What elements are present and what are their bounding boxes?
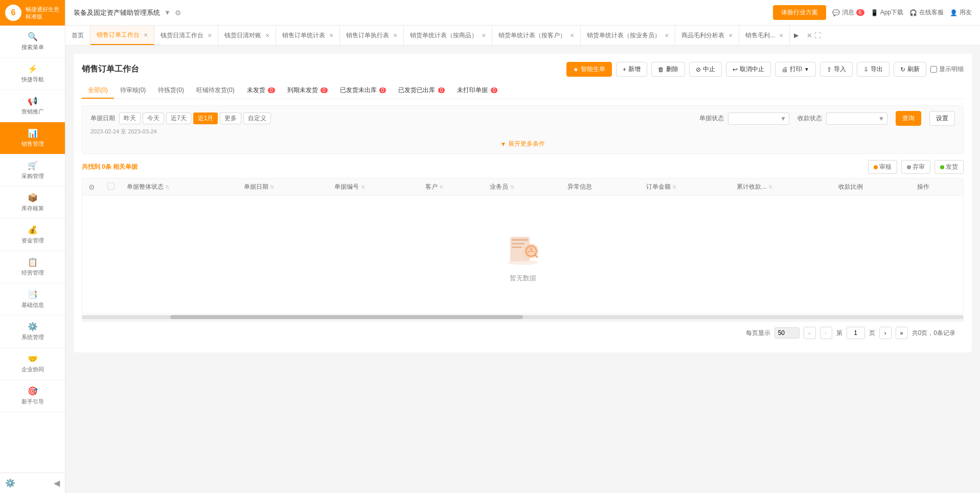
tab-cash-reconcile[interactable]: 钱货日清对账 ✕ xyxy=(218,26,276,45)
filter-tab-shipped-out[interactable]: 已发货已出库 0 xyxy=(392,83,451,99)
date-sort-icon[interactable]: ⇅ xyxy=(270,184,274,190)
export-btn[interactable]: ⇩ 导出 xyxy=(857,62,890,77)
print-icon: 🖨 xyxy=(782,66,788,73)
date-7days-btn[interactable]: 近7天 xyxy=(166,113,191,124)
tab-product-margin[interactable]: 商品毛利分析表 ✕ xyxy=(675,26,739,45)
sidebar-item-basic[interactable]: 📑 基础信息 xyxy=(0,283,65,316)
tab-sale-sum-product[interactable]: 销货单统计表（按商品） ✕ xyxy=(404,26,492,45)
filter-tab-not-printed[interactable]: 未打印单据 0 xyxy=(451,83,504,99)
refresh-btn[interactable]: ↻ 刷新 xyxy=(894,62,926,77)
sidebar-item-sales[interactable]: 📊 销售管理 xyxy=(0,122,65,154)
dropdown-icon[interactable]: ▼ xyxy=(164,9,171,16)
show-detail-checkbox-label[interactable]: 显示明细 xyxy=(930,65,964,74)
customer-sort-icon[interactable]: ⇅ xyxy=(439,184,443,190)
ship-btn[interactable]: 发货 xyxy=(935,160,964,174)
app-download-btn[interactable]: 📱 App下载 xyxy=(871,8,903,17)
message-btn[interactable]: 💬 消息 6 xyxy=(832,8,864,17)
received-sort-icon[interactable]: ⇅ xyxy=(768,184,772,190)
filter-tab-all[interactable]: 全部(0) xyxy=(82,83,114,99)
page-first-btn[interactable]: « xyxy=(804,327,816,339)
sidebar-item-system[interactable]: ⚙️ 系统管理 xyxy=(0,316,65,348)
scroll-thumb[interactable] xyxy=(170,315,523,319)
date-more-btn[interactable]: 更多 xyxy=(220,113,241,124)
filter-tab-shipped-not-out[interactable]: 已发货未出库 0 xyxy=(334,83,393,99)
page-number-input[interactable]: 1 xyxy=(847,327,865,339)
tab-cash-daily[interactable]: 钱货日清工作台 ✕ xyxy=(154,26,218,45)
online-service-btn[interactable]: 🎧 在线客服 xyxy=(909,8,944,17)
cancel-stop-btn[interactable]: ↩ 取消中止 xyxy=(726,62,771,77)
message-badge: 6 xyxy=(856,9,864,16)
filter-tab-wangpu[interactable]: 旺铺待发货(0) xyxy=(190,83,241,99)
tab-close-product-margin[interactable]: ✕ xyxy=(728,33,733,38)
print-btn[interactable]: 🖨 打印 ▼ xyxy=(775,62,816,77)
tab-close-cash-reconcile[interactable]: ✕ xyxy=(265,33,269,38)
tab-close-sum-product[interactable]: ✕ xyxy=(482,33,486,38)
stop-btn[interactable]: ⊘ 中止 xyxy=(689,62,722,77)
tab-close-sales-order[interactable]: ✕ xyxy=(144,32,148,38)
sidebar-item-marketing[interactable]: 📢 营销推广 xyxy=(0,90,65,122)
settings-gear-icon[interactable]: ⚙ xyxy=(175,9,181,17)
tab-expand-icon[interactable]: ⛶ xyxy=(814,32,821,39)
tab-sale-sum-staff[interactable]: 销货单统计表（按业务员） ✕ xyxy=(581,26,675,45)
sidebar-item-corp[interactable]: 🤝 企业协同 xyxy=(0,348,65,380)
sidebar-item-search[interactable]: 🔍 搜索菜单 xyxy=(0,26,65,58)
filter-tab-pending-inspect[interactable]: 待拣货(0) xyxy=(152,83,190,99)
import-btn[interactable]: ⇪ 导入 xyxy=(820,62,853,77)
tab-sales-stat[interactable]: 销售订单统计表 ✕ xyxy=(276,26,340,45)
page-next-btn[interactable]: › xyxy=(879,327,892,339)
cancel-review-btn[interactable]: 弃审 xyxy=(901,160,930,174)
date-today-btn[interactable]: 今天 xyxy=(143,113,164,124)
settings-filter-btn[interactable]: 设置 xyxy=(929,111,955,126)
status-select[interactable] xyxy=(728,113,789,125)
filter-tab-not-shipped[interactable]: 未发货 0 xyxy=(241,83,281,99)
payment-select[interactable] xyxy=(826,113,887,125)
user-menu[interactable]: 👤 用友 xyxy=(950,8,972,17)
sidebar-item-finance[interactable]: 💰 资金管理 xyxy=(0,219,65,251)
add-btn[interactable]: + 新增 xyxy=(616,62,647,77)
filter-tab-pending-review[interactable]: 待审核(0) xyxy=(114,83,152,99)
sidebar-item-quick-nav[interactable]: ⚡ 快捷导航 xyxy=(0,58,65,90)
page-prev-btn[interactable]: ‹ xyxy=(820,327,832,339)
tab-sales-exec[interactable]: 销售订单执行表 ✕ xyxy=(340,26,404,45)
sidebar-item-operation[interactable]: 📋 经营管理 xyxy=(0,251,65,283)
review-btn[interactable]: 审核 xyxy=(868,160,897,174)
sidebar-item-purchase[interactable]: 🛒 采购管理 xyxy=(0,154,65,187)
tab-sale-sum-customer[interactable]: 销货单统计表（按客户） ✕ xyxy=(492,26,581,45)
status-sort-icon[interactable]: ⇅ xyxy=(165,184,169,190)
tab-sales-order[interactable]: 销售订单工作台 ✕ xyxy=(90,26,154,45)
sidebar-item-guide[interactable]: 🎯 新手引导 xyxy=(0,380,65,412)
expand-more-btn[interactable]: ▼ 展开更多条件 xyxy=(500,140,545,148)
sidebar-item-inventory[interactable]: 📦 库存核算 xyxy=(0,187,65,219)
sidebar-item-label: 企业协同 xyxy=(21,366,44,373)
tab-close-all-icon[interactable]: ✕ xyxy=(807,32,812,39)
smart-create-btn[interactable]: ★ 智能生单 xyxy=(566,62,612,77)
tab-home[interactable]: 首页 xyxy=(65,26,90,45)
tab-close-sales-more[interactable]: ✕ xyxy=(779,33,783,38)
show-detail-checkbox[interactable] xyxy=(930,66,937,73)
page-title: 销售订单工作台 xyxy=(82,64,139,75)
staff-sort-icon[interactable]: ⇅ xyxy=(510,184,514,190)
date-yesterday-btn[interactable]: 昨天 xyxy=(119,113,141,124)
column-settings-icon[interactable]: ⚙ xyxy=(88,183,95,191)
scroll-bar-area[interactable] xyxy=(82,315,964,321)
page-last-btn[interactable]: » xyxy=(896,327,908,339)
number-sort-icon[interactable]: ⇅ xyxy=(361,184,365,190)
tab-sales-more[interactable]: 销售毛利... ✕ xyxy=(739,26,790,45)
tab-close-sales-stat[interactable]: ✕ xyxy=(329,33,333,38)
tab-close-sales-exec[interactable]: ✕ xyxy=(393,33,397,38)
tab-close-sum-customer[interactable]: ✕ xyxy=(570,33,574,38)
date-custom-btn[interactable]: 自定义 xyxy=(243,113,271,124)
tab-close-cash-daily[interactable]: ✕ xyxy=(208,33,212,38)
tab-close-sum-staff[interactable]: ✕ xyxy=(665,33,669,38)
settings-icon[interactable]: ⚙️ xyxy=(5,478,15,488)
query-btn[interactable]: 查询 xyxy=(896,111,921,126)
industry-btn[interactable]: 体验行业方案 xyxy=(773,5,826,20)
amount-sort-icon[interactable]: ⇅ xyxy=(672,184,676,190)
per-page-select[interactable]: 50 10 20 100 xyxy=(774,327,800,339)
date-1month-btn[interactable]: 近1月 xyxy=(193,113,218,124)
tab-more-btn[interactable]: ▶ xyxy=(790,26,803,45)
filter-tab-overdue-not-shipped[interactable]: 到期未发货 0 xyxy=(281,83,334,99)
delete-btn[interactable]: 🗑 删除 xyxy=(651,62,685,77)
collapse-icon[interactable]: ◀ xyxy=(54,478,60,488)
select-all-checkbox[interactable] xyxy=(107,183,115,190)
